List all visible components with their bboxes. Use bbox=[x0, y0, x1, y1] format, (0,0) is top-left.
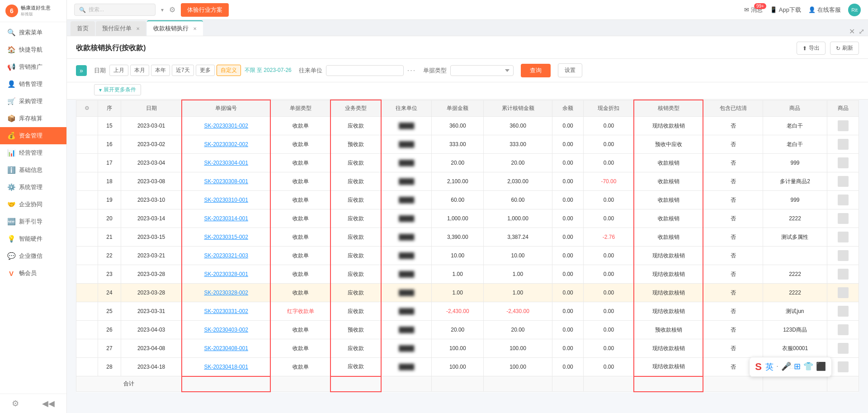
col-gear[interactable]: ⚙ bbox=[76, 100, 98, 117]
cell-doc-no[interactable]: SK-20230310-001 bbox=[182, 191, 270, 209]
date-btn-custom[interactable]: 自定义 bbox=[217, 65, 241, 76]
query-button[interactable]: 查询 bbox=[521, 64, 551, 77]
tab-close-all-icon[interactable]: ✕ bbox=[849, 27, 855, 36]
app-download[interactable]: 📱 App下载 bbox=[770, 6, 801, 14]
cell-doc-no[interactable]: SK-20230328-001 bbox=[182, 265, 270, 284]
cell-goods: 2222 bbox=[763, 265, 827, 284]
total-discount bbox=[584, 376, 634, 392]
date-btn-last-month[interactable]: 上月 bbox=[109, 65, 128, 76]
message-badge[interactable]: ✉ 消息 99+ bbox=[744, 6, 763, 14]
cell-doc-no[interactable]: SK-20230418-001 bbox=[182, 358, 270, 376]
cell-check bbox=[76, 302, 98, 321]
sidebar-item-inventory[interactable]: 📦 库存核算 bbox=[0, 110, 66, 127]
tab-prepay[interactable]: 预付应付单 ✕ bbox=[96, 21, 146, 36]
cell-discount: 0.00 bbox=[584, 191, 634, 209]
expand-more-button[interactable]: ▾ 展开更多条件 bbox=[94, 84, 141, 95]
cell-include-settled: 否 bbox=[703, 228, 763, 247]
sidebar-item-operation[interactable]: 📊 经营管理 bbox=[0, 144, 66, 161]
cell-amount: 333.00 bbox=[432, 135, 484, 154]
sidebar-item-system[interactable]: ⚙️ 系统管理 bbox=[0, 179, 66, 196]
search-icon: 🔍 bbox=[79, 7, 86, 13]
cell-doc-no[interactable]: SK-20230403-002 bbox=[182, 321, 270, 339]
cell-doc-no[interactable]: SK-20230308-001 bbox=[182, 172, 270, 191]
cell-amount: 3,390.00 bbox=[432, 228, 484, 247]
logo-icon: 6 bbox=[5, 5, 18, 17]
cell-check bbox=[76, 247, 98, 265]
sidebar-item-basic[interactable]: ℹ️ 基础信息 bbox=[0, 161, 66, 179]
sidebar-item-search[interactable]: 🔍 搜索菜单 bbox=[0, 24, 66, 41]
sidebar-item-label: 经营管理 bbox=[19, 149, 42, 157]
cell-doc-no[interactable]: SK-20230301-002 bbox=[182, 117, 270, 135]
cell-doc-no[interactable]: SK-20230331-002 bbox=[182, 302, 270, 321]
filter-toggle-button[interactable]: » bbox=[76, 65, 87, 76]
cell-partner: ████ bbox=[381, 228, 431, 247]
cell-goods bbox=[763, 247, 827, 265]
cell-doc-no[interactable]: SK-20230302-002 bbox=[182, 135, 270, 154]
cell-check bbox=[76, 117, 98, 135]
cell-goods2-img bbox=[827, 191, 859, 209]
home-icon: 🏠 bbox=[7, 46, 15, 54]
sidebar-item-member[interactable]: V 畅会员 bbox=[0, 265, 66, 282]
tab-receipt-close-icon[interactable]: ✕ bbox=[193, 26, 197, 31]
cell-check bbox=[76, 339, 98, 358]
sidebar-item-marketing[interactable]: 📢 营销推广 bbox=[0, 58, 66, 76]
wm-eng-icon: 英 bbox=[765, 361, 774, 372]
col-date: 日期 bbox=[121, 100, 182, 117]
online-service[interactable]: 👤 在线客服 bbox=[808, 6, 841, 14]
cell-biz-type: 应收款 bbox=[330, 191, 381, 209]
sidebar-item-sales[interactable]: 👤 销售管理 bbox=[0, 76, 66, 93]
sidebar-item-guide[interactable]: 🆕 新手引导 bbox=[0, 213, 66, 230]
filter-dots[interactable]: ··· bbox=[407, 66, 416, 75]
tab-prepay-close-icon[interactable]: ✕ bbox=[136, 26, 140, 31]
cell-amount: 2,100.00 bbox=[432, 172, 484, 191]
basic-icon: ℹ️ bbox=[7, 166, 15, 174]
voucher-type-select[interactable] bbox=[450, 65, 514, 76]
date-btn-this-year[interactable]: 本年 bbox=[151, 65, 170, 76]
sidebar-item-wechat[interactable]: 💬 企业微信 bbox=[0, 247, 66, 265]
topbar: 🔍 搜索... ▾ ⚙ 体验行业方案 ✉ 消息 99+ 📱 App下载 👤 在线… bbox=[67, 0, 868, 20]
topbar-gear-icon[interactable]: ⚙ bbox=[169, 5, 175, 14]
user-avatar[interactable]: Rit bbox=[848, 4, 861, 16]
sidebar-item-finance[interactable]: 💰 资金管理 bbox=[0, 127, 66, 144]
tab-expand-icon[interactable]: ⤢ bbox=[859, 27, 864, 36]
total-balance bbox=[552, 376, 584, 392]
cell-verified: 20.00 bbox=[484, 321, 552, 339]
total-verified bbox=[484, 376, 552, 392]
topbar-search[interactable]: 🔍 搜索... bbox=[74, 4, 156, 16]
cell-cancel-type: 收款核销 bbox=[634, 228, 703, 247]
cell-include-settled: 否 bbox=[703, 284, 763, 302]
tab-home[interactable]: 首页 bbox=[71, 21, 95, 36]
dropdown-arrow-icon[interactable]: ▾ bbox=[161, 7, 164, 13]
export-button[interactable]: ⬆ 导出 bbox=[797, 42, 826, 55]
cell-doc-no[interactable]: SK-20230315-002 bbox=[182, 228, 270, 247]
collapse-icon[interactable]: ◀◀ bbox=[42, 399, 55, 408]
cell-goods: 衣服00001 bbox=[763, 339, 827, 358]
cell-date: 2023-04-03 bbox=[121, 321, 182, 339]
sidebar-item-purchase[interactable]: 🛒 采购管理 bbox=[0, 93, 66, 110]
sidebar-item-hardware[interactable]: 💡 智能硬件 bbox=[0, 230, 66, 247]
solution-button[interactable]: 体验行业方案 bbox=[181, 3, 229, 17]
cell-seq: 28 bbox=[98, 358, 121, 376]
cell-doc-no[interactable]: SK-20230304-001 bbox=[182, 154, 270, 172]
cell-balance: 0.00 bbox=[552, 339, 584, 358]
cell-doc-no[interactable]: SK-20230408-001 bbox=[182, 339, 270, 358]
date-btn-7days[interactable]: 近7天 bbox=[172, 65, 194, 76]
cell-amount: 1.00 bbox=[432, 284, 484, 302]
refresh-button[interactable]: ↻ 刷新 bbox=[830, 42, 859, 55]
tab-receipt[interactable]: 收款核销执行 ✕ bbox=[147, 20, 203, 36]
cell-date: 2023-04-18 bbox=[121, 358, 182, 376]
cell-doc-no[interactable]: SK-20230328-002 bbox=[182, 284, 270, 302]
sidebar-item-quicknav[interactable]: 🏠 快捷导航 bbox=[0, 41, 66, 58]
cell-doc-no[interactable]: SK-20230314-001 bbox=[182, 209, 270, 228]
cell-doc-type: 收款单 bbox=[270, 339, 330, 358]
cell-balance: 0.00 bbox=[552, 321, 584, 339]
settings-button[interactable]: 设置 bbox=[558, 63, 582, 77]
partner-input[interactable] bbox=[326, 65, 404, 76]
cell-doc-no[interactable]: SK-20230321-003 bbox=[182, 247, 270, 265]
date-btn-this-month[interactable]: 本月 bbox=[130, 65, 149, 76]
settings-bottom-icon[interactable]: ⚙ bbox=[12, 399, 19, 408]
cell-doc-type: 收款单 bbox=[270, 154, 330, 172]
wm-dot-icon: · bbox=[776, 361, 778, 372]
date-btn-more[interactable]: 更多 bbox=[196, 65, 215, 76]
sidebar-item-corp[interactable]: 🤝 企业协同 bbox=[0, 196, 66, 213]
